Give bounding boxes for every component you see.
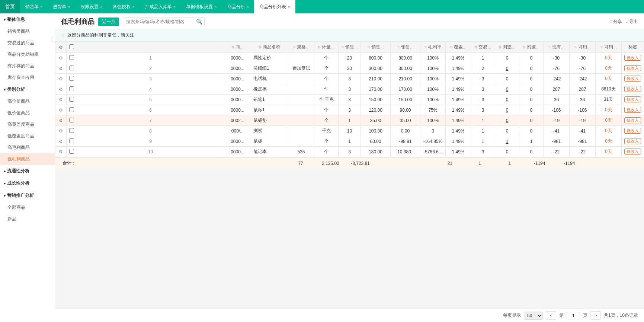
sort-icon-stock[interactable]: ⇅ bbox=[548, 45, 551, 49]
row-browse1[interactable]: 0 bbox=[495, 74, 519, 84]
sidebar-item-stock-goods[interactable]: 有库存的商品 bbox=[0, 60, 55, 72]
row-check[interactable] bbox=[67, 95, 77, 105]
nav-close-role-auth[interactable]: × bbox=[132, 4, 134, 9]
notice-bar: ☆ 这部分商品的利润非常低，请关注 bbox=[55, 29, 644, 41]
sidebar-item-all-goods[interactable]: 全部商品 bbox=[0, 202, 55, 213]
sidebar-item-low-gross[interactable]: 低毛利商品 bbox=[0, 153, 55, 165]
sidebar-group-overview[interactable]: ▾ 整体信息 bbox=[0, 13, 55, 26]
export-btn[interactable]: ↓ 导出 bbox=[626, 19, 638, 25]
row-check[interactable] bbox=[67, 74, 77, 84]
search-icon[interactable]: 🔍 bbox=[196, 19, 202, 25]
row-browse1[interactable]: 0 bbox=[495, 53, 519, 63]
sidebar-item-high-coverage[interactable]: 高覆盖度商品 bbox=[0, 119, 55, 130]
row-gear[interactable]: ⚙ bbox=[55, 84, 67, 95]
sidebar-item-high-value[interactable]: 高价值商品 bbox=[0, 96, 55, 107]
row-check[interactable] bbox=[67, 84, 77, 95]
sidebar-item-low-value[interactable]: 低价值商品 bbox=[0, 107, 55, 119]
sidebar-item-low-coverage[interactable]: 低覆盖度商品 bbox=[0, 130, 55, 142]
nav-close-template-settings[interactable]: × bbox=[214, 4, 217, 9]
row-browse1[interactable]: 0 bbox=[495, 84, 519, 95]
sidebar-group-flow[interactable]: ▸ 流通性分析 bbox=[0, 165, 55, 177]
row-check[interactable] bbox=[67, 147, 77, 157]
sort-icon-trade[interactable]: ⇅ bbox=[474, 45, 477, 49]
next-page-btn[interactable]: ＞ bbox=[590, 311, 601, 320]
nav-goods-analysis[interactable]: 商品分析 × bbox=[222, 0, 254, 13]
search-input[interactable] bbox=[123, 17, 205, 26]
nav-role-auth[interactable]: 角色授权 × bbox=[108, 0, 140, 13]
page-input[interactable] bbox=[567, 312, 580, 319]
sidebar-group-growth[interactable]: ▸ 成长性分析 bbox=[0, 177, 55, 189]
nav-close-sales-order[interactable]: × bbox=[40, 4, 42, 9]
row-gear[interactable]: ⚙ bbox=[55, 115, 67, 126]
filter-btn[interactable]: 近一月 bbox=[98, 17, 119, 26]
sort-icon-sale-qty[interactable]: ⇅ bbox=[341, 45, 344, 49]
row-browse1[interactable]: 0 bbox=[495, 126, 519, 136]
sort-icon-usable[interactable]: ⇅ bbox=[574, 45, 577, 49]
row-gear[interactable]: ⚙ bbox=[55, 53, 67, 63]
row-seq: 6 bbox=[77, 105, 224, 115]
nav-home[interactable]: 首页 bbox=[0, 0, 20, 13]
row-gear[interactable]: ⚙ bbox=[55, 95, 67, 105]
row-mao-rate: 1.49% bbox=[446, 136, 471, 147]
nav-close-goods-analysis[interactable]: × bbox=[247, 4, 249, 9]
row-gear[interactable]: ⚙ bbox=[55, 147, 67, 157]
row-stock: -106 bbox=[544, 105, 570, 115]
sidebar-group-category[interactable]: ▾ 类别分析 bbox=[0, 83, 55, 96]
sort-icon-name[interactable]: ⇅ bbox=[259, 45, 262, 49]
row-gear[interactable]: ⚙ bbox=[55, 126, 67, 136]
row-check[interactable] bbox=[67, 63, 77, 74]
gear-icon[interactable]: ⚙ bbox=[59, 45, 63, 50]
row-gear[interactable]: ⚙ bbox=[55, 105, 67, 115]
row-gear[interactable]: ⚙ bbox=[55, 63, 67, 74]
row-check[interactable] bbox=[67, 105, 77, 115]
sort-icon-gross-rate[interactable]: ⇅ bbox=[424, 45, 427, 49]
sort-icon-mao[interactable]: ⇅ bbox=[450, 45, 453, 49]
nav-close-purchase-order[interactable]: × bbox=[68, 4, 70, 9]
sidebar-item-traded-goods[interactable]: 交易过的商品 bbox=[0, 37, 55, 49]
col-browse2: ⇅浏览... bbox=[519, 42, 544, 53]
sidebar-item-new-goods[interactable]: 新品 bbox=[0, 213, 55, 225]
sidebar-group-marketing[interactable]: ▾ 营销推广分析 bbox=[0, 189, 55, 202]
row-sale-profit: 210.00 bbox=[391, 74, 420, 84]
nav-sales-order[interactable]: 销货单 × bbox=[20, 0, 48, 13]
sort-icon-sale-price[interactable]: ⇅ bbox=[367, 45, 370, 49]
row-browse1[interactable]: 0 bbox=[495, 95, 519, 105]
nav-close-permission[interactable]: × bbox=[100, 4, 102, 9]
share-btn[interactable]: ⤴ 分享 bbox=[610, 19, 622, 25]
sidebar-item-stock-capital[interactable]: 库存资金占用 bbox=[0, 72, 55, 83]
nav-template-settings[interactable]: 单据模板设置 × bbox=[181, 0, 222, 13]
row-check[interactable] bbox=[67, 115, 77, 126]
row-unit: 个 bbox=[314, 105, 339, 115]
select-all-checkbox[interactable] bbox=[69, 44, 74, 49]
sort-icon-salable[interactable]: ⇅ bbox=[600, 45, 603, 49]
row-gear[interactable]: ⚙ bbox=[55, 74, 67, 84]
sidebar-item-high-gross[interactable]: 高毛利商品 bbox=[0, 142, 55, 153]
sort-icon-browse1[interactable]: ⇅ bbox=[499, 45, 502, 49]
row-check[interactable] bbox=[67, 126, 77, 136]
nav-permission[interactable]: 权限设置 × bbox=[76, 0, 108, 13]
col-gear[interactable]: ⚙ bbox=[55, 42, 67, 53]
sidebar-item-sales-goods[interactable]: 销售类商品 bbox=[0, 26, 55, 37]
nav-finished-goods[interactable]: 产成品入库单 × bbox=[140, 0, 181, 13]
sort-icon-code[interactable]: ⇅ bbox=[231, 45, 234, 49]
sort-icon-unit[interactable]: ⇅ bbox=[318, 45, 321, 49]
row-browse1[interactable]: 1 bbox=[495, 136, 519, 147]
sidebar-item-category-assist[interactable]: 商品分类助销率 bbox=[0, 49, 55, 60]
row-browse1[interactable]: 0 bbox=[495, 63, 519, 74]
nav-goods-analysis-list[interactable]: 商品分析列表 × bbox=[254, 0, 295, 13]
nav-close-goods-analysis-list[interactable]: × bbox=[288, 4, 290, 9]
row-check[interactable] bbox=[67, 53, 77, 63]
row-browse1[interactable]: 0 bbox=[495, 147, 519, 157]
row-check[interactable] bbox=[67, 136, 77, 147]
per-page-select[interactable]: 50 100 200 bbox=[524, 312, 543, 320]
nav-close-finished-goods[interactable]: × bbox=[173, 4, 176, 9]
nav-purchase-order[interactable]: 进货单 × bbox=[48, 0, 75, 13]
sidebar-collapse-btn[interactable]: 《 bbox=[51, 36, 55, 42]
prev-page-btn[interactable]: ＜ bbox=[546, 311, 556, 320]
sort-icon-sale-profit[interactable]: ⇅ bbox=[397, 45, 400, 49]
sort-icon-spec[interactable]: ⇅ bbox=[293, 45, 296, 49]
row-browse1[interactable]: 0 bbox=[495, 105, 519, 115]
row-browse1[interactable]: 0 bbox=[495, 115, 519, 126]
sort-icon-browse2[interactable]: ⇅ bbox=[523, 45, 526, 49]
row-gear[interactable]: ⚙ bbox=[55, 136, 67, 147]
